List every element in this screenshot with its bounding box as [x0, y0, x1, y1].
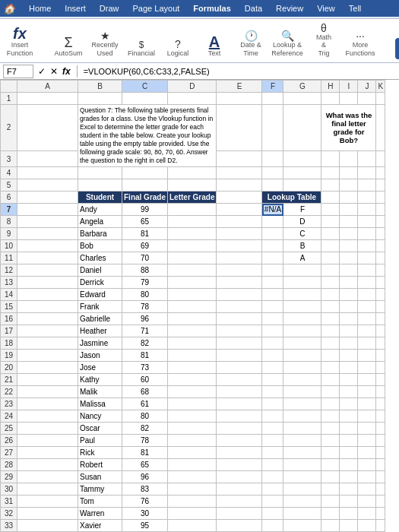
cell-e6[interactable] [217, 192, 262, 204]
cell-e23[interactable] [217, 398, 262, 410]
cell-h10[interactable] [321, 240, 340, 252]
cell-h11[interactable] [321, 252, 340, 264]
cell-h3[interactable] [321, 150, 340, 167]
cell-d1[interactable] [168, 93, 217, 105]
cell-g28[interactable] [283, 459, 321, 471]
cell-b29[interactable]: Susan [78, 471, 122, 483]
cell-f19[interactable] [262, 350, 283, 362]
cell-e2[interactable] [217, 105, 262, 151]
cell-h19[interactable] [321, 350, 340, 362]
menu-draw[interactable]: Draw [97, 3, 122, 14]
cell-i17[interactable] [340, 325, 358, 337]
cell-i31[interactable] [340, 496, 358, 508]
cell-k15[interactable] [376, 301, 385, 313]
cell-k17[interactable] [376, 325, 385, 337]
cell-g5[interactable] [283, 179, 321, 192]
cell-g19[interactable] [283, 350, 321, 362]
cell-d10[interactable] [168, 240, 217, 252]
cell-g17[interactable] [283, 325, 321, 337]
cell-g21[interactable] [283, 374, 321, 386]
cell-h6[interactable] [321, 192, 340, 204]
cell-i19[interactable] [340, 350, 358, 362]
cell-k8[interactable] [376, 216, 385, 228]
cell-a18[interactable] [17, 337, 78, 350]
cell-e9[interactable] [217, 228, 262, 240]
cell-f27[interactable] [262, 447, 283, 459]
cell-k21[interactable] [376, 374, 385, 386]
cell-j17[interactable] [358, 325, 376, 337]
cell-j25[interactable] [358, 423, 376, 435]
cell-a24[interactable] [17, 410, 78, 423]
cell-c15[interactable]: 78 [122, 301, 168, 313]
cell-h27[interactable] [321, 447, 340, 459]
lookup-reference-button[interactable]: 🔍 Lookup &Reference [274, 29, 301, 59]
cell-c29[interactable]: 96 [122, 471, 168, 483]
cell-j11[interactable] [358, 252, 376, 264]
cell-c18[interactable]: 82 [122, 337, 168, 350]
cell-g7[interactable]: F [283, 204, 321, 216]
cell-b16[interactable]: Gabrielle [78, 313, 122, 325]
cell-i33[interactable] [340, 520, 358, 532]
cell-b1[interactable] [78, 93, 122, 105]
cell-k32[interactable] [376, 508, 385, 520]
cell-a32[interactable] [17, 508, 78, 520]
cell-b9[interactable]: Barbara [78, 228, 122, 240]
cell-i28[interactable] [340, 459, 358, 471]
cell-k28[interactable] [376, 459, 385, 471]
cell-c14[interactable]: 80 [122, 289, 168, 301]
cell-b25[interactable]: Oscar [78, 423, 122, 435]
cell-c1[interactable] [122, 93, 168, 105]
cell-c23[interactable]: 61 [122, 398, 168, 410]
fx-bar-icon[interactable]: fx [61, 66, 72, 77]
cell-i18[interactable] [340, 337, 358, 350]
cell-e27[interactable] [217, 447, 262, 459]
cell-e13[interactable] [217, 277, 262, 289]
cell-h13[interactable] [321, 277, 340, 289]
cell-c13[interactable]: 79 [122, 277, 168, 289]
cell-h17[interactable] [321, 325, 340, 337]
cell-b19[interactable]: Jason [78, 350, 122, 362]
date-time-button[interactable]: 🕐 Date &Time [237, 29, 264, 59]
cell-f12[interactable] [262, 264, 283, 277]
cell-k13[interactable] [376, 277, 385, 289]
cell-e29[interactable] [217, 471, 262, 483]
cell-b17[interactable]: Heather [78, 325, 122, 337]
cell-f22[interactable] [262, 386, 283, 398]
cell-e17[interactable] [217, 325, 262, 337]
cell-b2[interactable]: Question 7: The following table presents… [78, 105, 217, 167]
cell-j31[interactable] [358, 496, 376, 508]
cell-g24[interactable] [283, 410, 321, 423]
cell-a25[interactable] [17, 423, 78, 435]
cell-d22[interactable] [168, 386, 217, 398]
cell-b26[interactable]: Paul [78, 435, 122, 447]
cell-e16[interactable] [217, 313, 262, 325]
cell-f14[interactable] [262, 289, 283, 301]
cell-a7[interactable] [17, 204, 78, 216]
cell-e28[interactable] [217, 459, 262, 471]
cell-i22[interactable] [340, 386, 358, 398]
cell-f11[interactable] [262, 252, 283, 264]
cell-a12[interactable] [17, 264, 78, 277]
cell-e12[interactable] [217, 264, 262, 277]
cell-e33[interactable] [217, 520, 262, 532]
cell-c24[interactable]: 80 [122, 410, 168, 423]
logical-button[interactable]: ? Logical [164, 37, 192, 59]
cell-f23[interactable] [262, 398, 283, 410]
cell-d19[interactable] [168, 350, 217, 362]
cell-d29[interactable] [168, 471, 217, 483]
cell-k14[interactable] [376, 289, 385, 301]
cell-j10[interactable] [358, 240, 376, 252]
cell-c16[interactable]: 96 [122, 313, 168, 325]
menu-page-layout[interactable]: Page Layout [130, 3, 183, 14]
cell-j6[interactable] [358, 192, 376, 204]
cell-i7[interactable] [340, 204, 358, 216]
cell-b33[interactable]: Xavier [78, 520, 122, 532]
cell-f29[interactable] [262, 471, 283, 483]
cell-f18[interactable] [262, 337, 283, 350]
cell-h23[interactable] [321, 398, 340, 410]
cell-h7[interactable] [321, 204, 340, 216]
cell-a9[interactable] [17, 228, 78, 240]
financial-button[interactable]: $ Financial [128, 39, 155, 59]
cell-a10[interactable] [17, 240, 78, 252]
cell-a3[interactable] [17, 150, 78, 167]
